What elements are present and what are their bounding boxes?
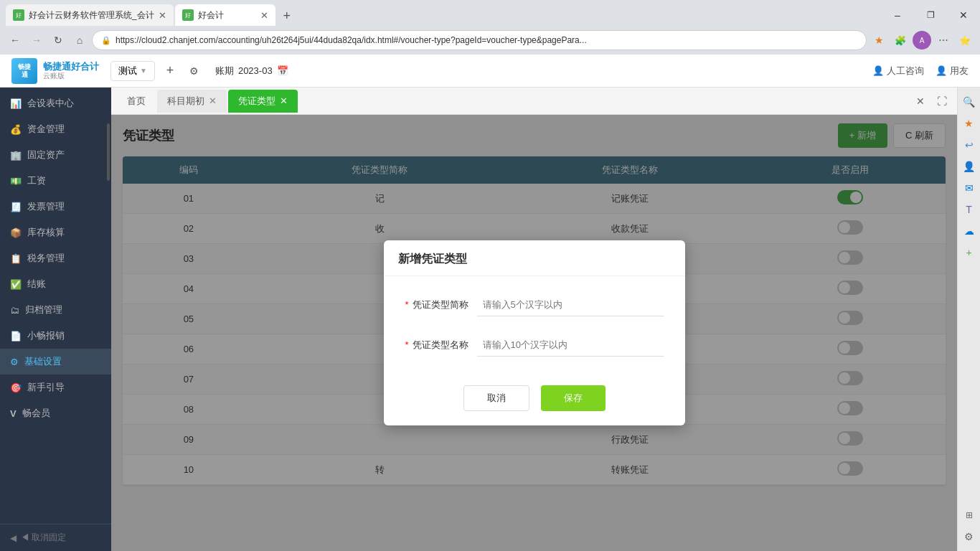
browser-more-btn[interactable]: ···: [934, 31, 953, 50]
sidebar-scroll-bar[interactable]: [107, 123, 110, 181]
right-outlook-icon[interactable]: ✉: [961, 179, 978, 197]
period-label: 账期: [215, 65, 234, 77]
tab-subjects[interactable]: 科目期初 ✕: [157, 90, 227, 113]
dialog-overlay: 新增凭证类型 * 凭证类型简称: [111, 115, 957, 551]
calendar-icon[interactable]: 📅: [277, 65, 288, 76]
win-max-btn[interactable]: ❐: [914, 4, 947, 26]
tab2-close[interactable]: ✕: [260, 10, 268, 21]
tab1-close[interactable]: ✕: [159, 10, 166, 21]
abbr-input[interactable]: [477, 293, 664, 316]
app-body: 📊 会设表中心 💰 资金管理 🏢 固定资产 💵 工资 🧾 发票管理: [0, 88, 980, 551]
add-company-btn[interactable]: +: [161, 62, 179, 80]
sidebar-item-dashboard[interactable]: 📊 会设表中心: [0, 90, 111, 116]
right-search-icon[interactable]: 🔍: [961, 93, 978, 110]
dashboard-label: 会设表中心: [27, 97, 74, 110]
right-settings-icon[interactable]: ⚙: [961, 528, 978, 545]
sidebar-footer[interactable]: ◀ ◀ 取消固定: [0, 524, 111, 551]
form-row-name: * 凭证类型名称: [405, 334, 664, 357]
right-grid-icon[interactable]: ⊞: [961, 507, 978, 524]
sidebar-item-inventory[interactable]: 📦 库存核算: [0, 220, 111, 245]
form-row-abbr: * 凭证类型简称: [405, 293, 664, 316]
user-info[interactable]: 👤 用友: [936, 65, 969, 77]
main-content: 凭证类型 + 新增 C 刷新 编码 凭证类型简称 凭证类型名称: [111, 115, 957, 551]
consult-icon: 👤: [872, 65, 884, 76]
required-mark: *: [405, 299, 409, 310]
expense-label: 小畅报销: [27, 329, 65, 342]
profile-icon[interactable]: A: [913, 31, 931, 50]
tab-voucher-type[interactable]: 凭证类型 ✕: [228, 90, 298, 113]
tab-home[interactable]: 首页: [117, 90, 156, 113]
guide-icon: 🎯: [10, 382, 22, 393]
name-input[interactable]: [477, 334, 664, 357]
sidebar-item-expense[interactable]: 📄 小畅报销: [0, 323, 111, 349]
extensions-icon[interactable]: 🧩: [891, 31, 910, 50]
browser-tab-2[interactable]: 好 好会计 ✕: [175, 4, 275, 26]
logo-icon: 畅捷通: [11, 58, 37, 84]
sidebar-item-tax[interactable]: 📋 税务管理: [0, 245, 111, 271]
tab-fullscreen-btn[interactable]: ⛶: [933, 92, 951, 110]
right-star-icon[interactable]: ★: [961, 115, 978, 132]
save-btn[interactable]: 保存: [541, 385, 606, 411]
sidebar-item-archive[interactable]: 🗂 归档管理: [0, 297, 111, 323]
member-icon: V: [10, 408, 17, 419]
consult-label: 人工咨询: [887, 65, 924, 77]
nav-back-btn[interactable]: ←: [6, 31, 24, 50]
sidebar-item-invoice[interactable]: 🧾 发票管理: [0, 194, 111, 220]
favorites-icon[interactable]: ★: [870, 31, 888, 50]
right-collection-icon[interactable]: 👤: [961, 158, 978, 175]
new-tab-btn[interactable]: +: [277, 6, 297, 26]
sidebar-item-settings[interactable]: ⚙ 基础设置: [0, 349, 111, 375]
funds-icon: 💰: [10, 124, 22, 135]
sidebar-item-guide[interactable]: 🎯 新手引导: [0, 375, 111, 400]
archive-icon: 🗂: [10, 305, 19, 316]
tab-minimize-btn[interactable]: ✕: [911, 92, 930, 110]
consult-btn[interactable]: 👤 人工咨询: [872, 65, 924, 77]
salary-icon: 💵: [10, 176, 22, 187]
sidebar-item-checkout[interactable]: ✅ 结账: [0, 271, 111, 297]
right-panel: 🔍 ★ ↩ 👤 ✉ T ☁ + ⊞ ⚙: [957, 88, 980, 551]
win-min-btn[interactable]: –: [881, 4, 914, 26]
settings-sidebar-icon: ⚙: [10, 357, 19, 367]
nav-home-btn[interactable]: ⌂: [70, 31, 89, 50]
sidebar-item-salary[interactable]: 💵 工资: [0, 168, 111, 194]
settings-icon[interactable]: ⚙: [185, 62, 204, 80]
logo-title: 畅捷通好合计: [43, 61, 99, 72]
required-mark-2: *: [405, 339, 409, 350]
sidebar-item-funds[interactable]: 💰 资金管理: [0, 116, 111, 142]
lock-icon: 🔒: [101, 36, 111, 45]
cancel-btn[interactable]: 取消: [463, 385, 529, 411]
header-actions: 👤 人工咨询 👤 用友: [872, 65, 969, 77]
sidebar-item-assets[interactable]: 🏢 固定资产: [0, 142, 111, 168]
right-teams-icon[interactable]: T: [961, 201, 978, 218]
company-select[interactable]: 测试 ▼: [110, 61, 155, 81]
period-info: 账期 2023-03 📅: [215, 65, 288, 77]
dashboard-icon: 📊: [10, 98, 22, 109]
voucher-type-tab-label: 凭证类型: [238, 95, 275, 108]
win-close-btn[interactable]: ✕: [947, 4, 980, 26]
member-label: 畅会员: [22, 407, 50, 420]
name-label: * 凭证类型名称: [405, 339, 477, 352]
subjects-tab-close[interactable]: ✕: [209, 95, 217, 106]
sidebar-item-member[interactable]: V 畅会员: [0, 400, 111, 426]
tab-bar: 好 好会计云财务软件管理系统_会计 ✕ 好 好会计 ✕ + – ❐ ✕: [0, 0, 980, 26]
favorites-panel-icon[interactable]: ⭐: [956, 31, 974, 50]
dialog-header: 新增凭证类型: [384, 240, 685, 276]
voucher-type-tab-close[interactable]: ✕: [280, 95, 288, 106]
right-onedrive-icon[interactable]: ☁: [961, 222, 978, 240]
browser-tab-1[interactable]: 好 好会计云财务软件管理系统_会计 ✕: [6, 4, 174, 26]
assets-icon: 🏢: [10, 150, 22, 161]
subjects-tab-label: 科目期初: [167, 95, 204, 108]
browser-chrome: 好 好会计云财务软件管理系统_会计 ✕ 好 好会计 ✕ + – ❐ ✕ ← → …: [0, 0, 980, 55]
dialog-body: * 凭证类型简称 * 凭证类型名称: [384, 276, 685, 380]
tab-expand-controls: ✕ ⛶: [911, 92, 951, 110]
assets-label: 固定资产: [27, 149, 65, 161]
expense-icon: 📄: [10, 331, 22, 342]
right-plugin-icon[interactable]: +: [961, 244, 978, 261]
nav-forward-btn[interactable]: →: [27, 31, 46, 50]
address-input[interactable]: 🔒 https://cloud2.chanjet.com/accounting/…: [92, 30, 867, 50]
nav-refresh-btn[interactable]: ↻: [49, 31, 67, 50]
user-label: 用友: [950, 65, 969, 77]
content-area: 首页 科目期初 ✕ 凭证类型 ✕ ✕ ⛶ 凭证类型: [111, 88, 957, 551]
guide-label: 新手引导: [27, 381, 65, 394]
right-history-icon[interactable]: ↩: [961, 136, 978, 154]
